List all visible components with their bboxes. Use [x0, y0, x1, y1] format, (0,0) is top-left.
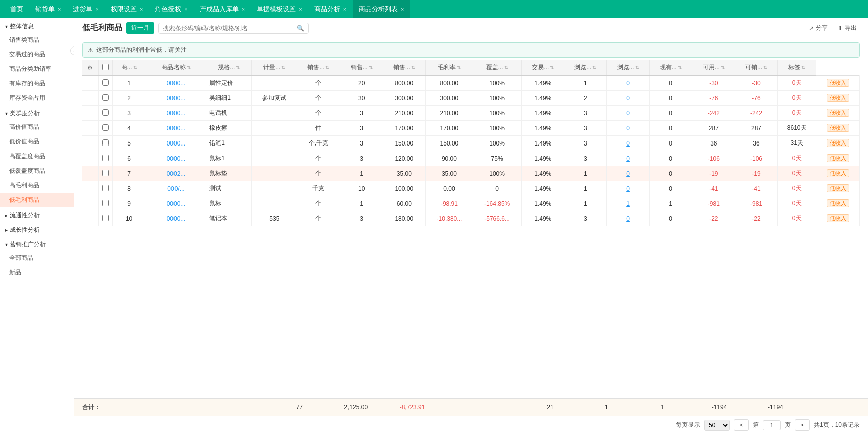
- row-checkbox-5[interactable]: [102, 155, 109, 161]
- sidebar-item-low-coverage[interactable]: 低覆盖度商品: [0, 164, 74, 178]
- sidebar-group-growth[interactable]: ▸ 成长性分析: [0, 222, 74, 236]
- pagination-bar: 每页显示 50 100 200 ＜ 第 页 ＞ 共1页，10条记录: [74, 416, 868, 434]
- footer-spacer2: [440, 402, 522, 413]
- col-coverage[interactable]: 覆盖...⇅: [473, 60, 522, 76]
- nav-purchase[interactable]: 进货单 ×: [67, 0, 104, 18]
- cell-check[interactable]: [98, 196, 112, 211]
- prev-page-button[interactable]: ＜: [734, 419, 749, 431]
- nav-analysis-list[interactable]: 商品分析列表 ×: [353, 0, 410, 18]
- col-browse1[interactable]: 浏览...⇅: [564, 60, 607, 76]
- nav-analysis-close[interactable]: ×: [343, 6, 346, 12]
- row-checkbox-8[interactable]: [102, 200, 109, 206]
- cell-browse1[interactable]: 0: [607, 91, 649, 106]
- row-checkbox-9[interactable]: [102, 215, 109, 221]
- col-sales-qty[interactable]: 销售...⇅: [297, 60, 340, 76]
- share-button[interactable]: ↗ 分享: [806, 22, 831, 34]
- cell-browse1[interactable]: 1: [607, 196, 649, 211]
- next-page-button[interactable]: ＞: [795, 419, 810, 431]
- cell-check[interactable]: [98, 106, 112, 121]
- cell-browse1[interactable]: 0: [607, 76, 649, 91]
- nav-product-in-close[interactable]: ×: [242, 6, 245, 12]
- sidebar-group-marketing[interactable]: ▾ 营销推广分析: [0, 236, 74, 251]
- row-checkbox-6[interactable]: [102, 170, 109, 176]
- nav-analysis[interactable]: 商品分析 ×: [308, 0, 353, 18]
- nav-role-close[interactable]: ×: [184, 6, 187, 12]
- col-sales-profit[interactable]: 销售...⇅: [383, 60, 425, 76]
- cell-browse1[interactable]: 0: [607, 181, 649, 196]
- sidebar-item-new-products[interactable]: 新品: [0, 265, 74, 280]
- col-trade[interactable]: 交易...⇅: [522, 60, 564, 76]
- cell-check[interactable]: [98, 151, 112, 166]
- cell-check[interactable]: [98, 181, 112, 196]
- cell-browse1[interactable]: 0: [607, 121, 649, 136]
- col-sales-price[interactable]: 销售...⇅: [340, 60, 383, 76]
- search-icon[interactable]: 🔍: [297, 25, 304, 32]
- cell-unit: 个: [297, 211, 340, 226]
- cell-browse1[interactable]: 0: [607, 136, 649, 151]
- col-current-stock[interactable]: 现有...⇅: [649, 60, 692, 76]
- nav-sales[interactable]: 销货单 ×: [29, 0, 67, 18]
- sidebar-item-high-margin[interactable]: 高毛利商品: [0, 178, 74, 193]
- nav-analysis-list-close[interactable]: ×: [401, 6, 404, 12]
- col-saleable[interactable]: 可销...⇅: [735, 60, 777, 76]
- cell-check[interactable]: [98, 136, 112, 151]
- cell-browse1[interactable]: 0: [607, 106, 649, 121]
- nav-product-in[interactable]: 产成品入库单 ×: [194, 0, 251, 18]
- col-spec[interactable]: 规格...⇅: [206, 60, 252, 76]
- sidebar-group-general[interactable]: ▾ 整体信息: [0, 18, 74, 33]
- cell-browse1[interactable]: 0: [607, 211, 649, 226]
- sidebar-item-traded-products[interactable]: 交易过的商品: [0, 47, 74, 62]
- sidebar-group-flow[interactable]: ▸ 流通性分析: [0, 207, 74, 222]
- row-checkbox-1[interactable]: [102, 94, 109, 101]
- nav-template[interactable]: 单据模板设置 ×: [251, 0, 308, 18]
- select-all-checkbox[interactable]: [102, 64, 109, 70]
- sidebar-item-capital[interactable]: 库存资金占用: [0, 91, 74, 105]
- sidebar-item-sales-products[interactable]: 销售类商品: [0, 33, 74, 47]
- col-check[interactable]: [98, 60, 112, 76]
- row-checkbox-7[interactable]: [102, 185, 109, 191]
- sidebar-group-cluster[interactable]: ▾ 类群度分析: [0, 105, 74, 120]
- sidebar-item-high-coverage[interactable]: 高覆盖度商品: [0, 149, 74, 164]
- sidebar-item-all-products[interactable]: 全部商品: [0, 251, 74, 265]
- nav-role[interactable]: 角色授权 ×: [149, 0, 193, 18]
- col-name[interactable]: 商品名称⇅: [146, 60, 206, 76]
- cell-no: 3: [112, 106, 146, 121]
- nav-permission-close[interactable]: ×: [140, 6, 143, 12]
- cell-check[interactable]: [98, 166, 112, 181]
- sidebar-item-category-rate[interactable]: 商品分类助销率: [0, 62, 74, 76]
- sidebar-item-stocked[interactable]: 有库存的商品: [0, 76, 74, 91]
- cell-sales-qty: 3: [340, 121, 383, 136]
- date-filter-button[interactable]: 近一月: [126, 22, 154, 34]
- nav-home[interactable]: 首页: [4, 0, 29, 18]
- cell-coverage: 1.49%: [522, 151, 564, 166]
- col-settings[interactable]: ⚙: [82, 60, 98, 76]
- col-code[interactable]: 商...⇅: [112, 60, 146, 76]
- page-size-select[interactable]: 50 100 200: [704, 420, 730, 431]
- cell-browse1[interactable]: 0: [607, 151, 649, 166]
- cell-check[interactable]: [98, 76, 112, 91]
- cell-check[interactable]: [98, 211, 112, 226]
- row-checkbox-0[interactable]: [102, 79, 109, 86]
- sidebar-item-low-value[interactable]: 低价值商品: [0, 134, 74, 149]
- footer-available: -1194: [747, 402, 803, 413]
- nav-template-close[interactable]: ×: [299, 6, 302, 12]
- cell-check[interactable]: [98, 91, 112, 106]
- nav-permission[interactable]: 权限设置 ×: [105, 0, 149, 18]
- sidebar-item-high-value[interactable]: 高价值商品: [0, 120, 74, 134]
- col-available[interactable]: 可用...⇅: [692, 60, 735, 76]
- cell-browse1[interactable]: 0: [607, 166, 649, 181]
- nav-sales-close[interactable]: ×: [58, 6, 61, 12]
- search-input[interactable]: [163, 25, 295, 32]
- row-checkbox-4[interactable]: [102, 139, 109, 146]
- nav-purchase-close[interactable]: ×: [95, 6, 98, 12]
- col-browse2[interactable]: 浏览...⇅: [607, 60, 649, 76]
- col-tag[interactable]: 标签⇅: [778, 60, 816, 76]
- col-gross-margin[interactable]: 毛利率⇅: [425, 60, 473, 76]
- export-button[interactable]: ⬆ 导出: [835, 22, 860, 34]
- col-unit[interactable]: 计量...⇅: [252, 60, 297, 76]
- sidebar-item-low-margin[interactable]: 低毛利商品: [0, 193, 74, 207]
- current-page-input[interactable]: [763, 420, 781, 430]
- row-checkbox-3[interactable]: [102, 124, 109, 131]
- row-checkbox-2[interactable]: [102, 109, 109, 116]
- cell-check[interactable]: [98, 121, 112, 136]
